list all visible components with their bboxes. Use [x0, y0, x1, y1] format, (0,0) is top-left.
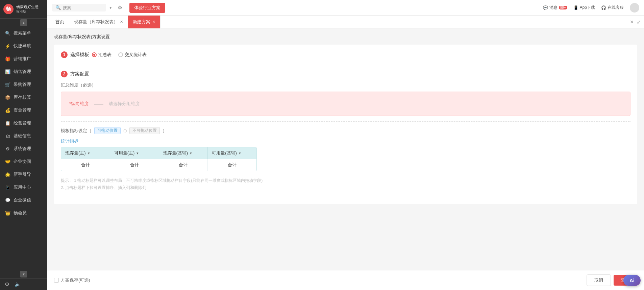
sales-icon: 📊	[5, 69, 11, 75]
messages-btn[interactable]: 💬 消息 99+	[543, 5, 567, 10]
tabs-controls: ✕ ⤢	[630, 19, 644, 25]
sidebar-scroll-up[interactable]: ▲	[20, 19, 27, 26]
header-cell-2[interactable]: 现存量(基辅) ▾	[159, 147, 208, 159]
stats-table-body: 合计 合计 合计 合计	[61, 159, 256, 171]
sidebar-item-operations[interactable]: 📋 经营管理	[0, 117, 47, 129]
header-cell-1[interactable]: 可用量(主) ▾	[110, 147, 159, 159]
audio-icon[interactable]: 🔈	[15, 281, 21, 287]
new-guide-icon: 🌟	[5, 171, 11, 177]
system-icon: ⚙	[5, 146, 11, 152]
header-chevron-0: ▾	[88, 151, 90, 155]
header-cell-3[interactable]: 可用量(基辅) ▾	[208, 147, 256, 159]
sidebar-item-purchase[interactable]: 🛒 采购管理	[0, 78, 47, 91]
settings-icon[interactable]: ⚙	[5, 281, 9, 287]
tab-expand-icon[interactable]: ⤢	[637, 19, 641, 25]
sidebar-item-search-menu[interactable]: 🔍 搜索菜单	[0, 27, 47, 40]
user-avatar[interactable]	[630, 3, 639, 13]
sidebar-item-finance[interactable]: 💰 资金管理	[0, 104, 47, 117]
tab-inventory-status[interactable]: 现存量（库存状况表） ✕	[69, 16, 128, 28]
sidebar-logo: 畅 畅康通好生意 标准版	[0, 0, 47, 19]
table-row: 合计 合计 合计 合计	[61, 159, 256, 171]
sidebar-item-sales[interactable]: 📊 销售管理	[0, 65, 47, 78]
tips-area: 提示： 1.拖动标题栏可以调整布局，不可跨维度或指标区域拖动栏目字段(只能在同一…	[61, 178, 630, 191]
sidebar-item-marketing[interactable]: 🎁 营销推广	[0, 52, 47, 65]
header-cell-0[interactable]: 现存量(主) ▾	[61, 147, 110, 159]
stats-table: 现存量(主) ▾ 可用量(主) ▾ 现存量(基辅) ▾	[61, 147, 257, 171]
logo-icon: 畅	[3, 4, 14, 14]
dimension-placeholder[interactable]: 请选择分组维度	[109, 101, 140, 107]
indicator-settings-label: 模板指标设定（ 可拖动位置 ⬡ 不可拖动位置 ）	[61, 127, 630, 134]
member-icon: 👑	[5, 210, 11, 216]
content-area: 现存量(库存状况表)方案设置 1 选择模板 汇总表 交叉统计表	[47, 28, 644, 270]
sidebar-item-app-center[interactable]: 📱 应用中心	[0, 181, 47, 194]
message-icon: 💬	[543, 5, 548, 10]
sidebar: 畅 畅康通好生意 标准版 ▲ 🔍 搜索菜单 ⚡ 快捷导航 🎁 营销推广 📊 销售…	[0, 0, 47, 290]
search-icon: 🔍	[55, 5, 61, 10]
basic-info-icon: 🗂	[5, 133, 11, 139]
bottom-bar: 方案保存(可选) 取消 查询	[47, 270, 644, 290]
sidebar-item-wechat[interactable]: 💬 企业微信	[0, 194, 47, 207]
sidebar-item-member[interactable]: 👑 畅会员	[0, 207, 47, 219]
sidebar-scroll-down[interactable]: ▼	[20, 271, 27, 277]
tab-home[interactable]: 首页	[51, 16, 69, 28]
sidebar-bottom: ⚙ 🔈	[0, 278, 47, 290]
sidebar-item-cooperation[interactable]: 🤝 企业协同	[0, 155, 47, 168]
search-input[interactable]	[63, 5, 97, 10]
radio-cross-dot	[118, 52, 123, 57]
marketing-icon: 🎁	[5, 56, 11, 62]
sidebar-item-system[interactable]: ⚙ 系统管理	[0, 142, 47, 155]
search-menu-icon: 🔍	[5, 30, 11, 36]
operations-icon: 📋	[5, 120, 11, 126]
radio-summary[interactable]: 汇总表	[92, 52, 112, 58]
search-box: 🔍	[52, 4, 106, 11]
tab-new-plan-close[interactable]: ✕	[152, 20, 155, 24]
tip-1: 提示： 1.拖动标题栏可以调整布局，不可跨维度或指标区域拖动栏目字段(只能在同一…	[61, 178, 630, 184]
online-service-btn[interactable]: 🎧 在线客服	[601, 5, 624, 10]
section1-title: 选择模板	[70, 52, 89, 58]
section-divider	[61, 65, 630, 65]
ai-float-button[interactable]: Ai	[623, 275, 641, 286]
cooperation-icon: 🤝	[5, 159, 11, 165]
tab-inventory-status-close[interactable]: ✕	[120, 20, 123, 24]
radio-cross[interactable]: 交叉统计表	[118, 52, 147, 58]
section1-header: 1 选择模板 汇总表 交叉统计表	[61, 51, 630, 58]
radio-summary-dot	[92, 52, 97, 57]
save-plan-checkbox-box[interactable]	[54, 278, 59, 283]
download-icon: 📱	[573, 5, 578, 10]
dimension-required: *纵向维度	[69, 101, 89, 107]
fixed-tag: 不可拖动位置	[129, 127, 160, 134]
section2-badge: 2	[61, 71, 68, 77]
app-download-btn[interactable]: 📱 App下载	[573, 5, 595, 10]
dimension-box: *纵向维度 —— 请选择分组维度	[61, 92, 630, 116]
sidebar-item-quick-nav[interactable]: ⚡ 快捷导航	[0, 40, 47, 52]
movable-tag: 可拖动位置	[94, 127, 121, 134]
app-name: 畅康通好生意	[16, 4, 39, 9]
cell-0-1: 合计	[110, 159, 159, 171]
section-config: 2 方案配置 汇总维度（必选） *纵向维度 —— 请选择分组维度 模板指标设定（…	[61, 71, 630, 191]
wechat-icon: 💬	[5, 197, 11, 203]
dimension-label: 汇总维度（必选）	[61, 82, 630, 88]
tab-new-plan[interactable]: 新建方案 ✕	[128, 16, 160, 28]
chevron-down-icon[interactable]: ▾	[109, 5, 112, 10]
save-plan-checkbox[interactable]: 方案保存(可选)	[54, 277, 90, 283]
app-center-icon: 📱	[5, 184, 11, 190]
tip-2: 2. 点击标题栏下拉可设置排序、插入列和删除列	[61, 185, 630, 191]
tabs-bar: 首页 现存量（库存状况表） ✕ 新建方案 ✕ ✕ ⤢	[47, 16, 644, 28]
quick-nav-icon: ⚡	[5, 43, 11, 49]
sidebar-item-inventory[interactable]: 📦 库存核算	[0, 91, 47, 104]
cancel-button[interactable]: 取消	[587, 274, 611, 286]
template-radio-group: 汇总表 交叉统计表	[92, 52, 630, 58]
settings-card: 1 选择模板 汇总表 交叉统计表	[54, 45, 637, 204]
cell-0-0: 合计	[61, 159, 110, 171]
sidebar-nav: 🔍 搜索菜单 ⚡ 快捷导航 🎁 营销推广 📊 销售管理 🛒 采购管理 📦 库存核…	[0, 27, 47, 270]
topbar: 🔍 ▾ ⚙ 体验行业方案 💬 消息 99+ 📱 App下载 🎧 在线客服	[47, 0, 644, 16]
trial-btn[interactable]: 体验行业方案	[129, 3, 165, 13]
sidebar-item-basic-info[interactable]: 🗂 基础信息	[0, 129, 47, 142]
page-title: 现存量(库存状况表)方案设置	[54, 34, 637, 40]
section1-badge: 1	[61, 51, 68, 58]
tab-close-all-icon[interactable]: ✕	[630, 19, 634, 25]
service-icon: 🎧	[601, 5, 606, 10]
purchase-icon: 🛒	[5, 81, 11, 88]
sidebar-item-new-guide[interactable]: 🌟 新手引导	[0, 168, 47, 181]
gear-icon[interactable]: ⚙	[115, 3, 125, 13]
